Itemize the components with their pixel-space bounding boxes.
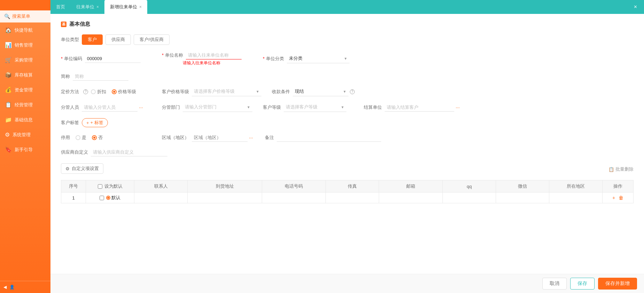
sidebar-item-purchase[interactable]: 🛒 采购管理 <box>0 52 50 67</box>
customer-price-label: 客户价格等级 <box>162 89 189 95</box>
unit-name-input[interactable] <box>186 51 242 59</box>
disabled-no-radio[interactable]: 否 <box>92 135 103 141</box>
short-name-input[interactable] <box>73 72 128 81</box>
row-default: 默认 <box>86 193 134 203</box>
address-input[interactable] <box>204 195 246 201</box>
manager-input[interactable] <box>82 103 138 112</box>
pricing-level-radio[interactable]: 价格等级 <box>112 89 136 95</box>
row-contact[interactable] <box>134 193 188 203</box>
row-phone[interactable] <box>262 193 325 203</box>
tab-home[interactable]: 首页 <box>50 0 71 14</box>
sidebar-item-label: 快捷导航 <box>15 27 33 33</box>
disabled-yes-radio[interactable]: 是 <box>76 135 86 141</box>
contact-table: 序号 设为默认 联系人 到货地址 电话号码 传真 邮箱 qq <box>61 180 634 203</box>
sidebar-item-sales[interactable]: 📊 销售管理 <box>0 38 50 52</box>
sidebar-item-quick-nav[interactable]: 🏠 快捷导航 <box>0 23 50 38</box>
no-label: 否 <box>98 135 103 141</box>
unit-type-customer-btn[interactable]: 客户 <box>82 34 103 45</box>
sidebar-item-new-guide[interactable]: 🔖 新手引导 <box>0 142 50 157</box>
region-input[interactable] <box>562 195 590 201</box>
region-ellipsis[interactable]: ··· <box>248 135 254 140</box>
tab-new-partner-label: 新增往来单位 <box>110 4 137 10</box>
sidebar-search[interactable]: 🔍 搜索菜单 <box>0 10 50 23</box>
col-fax: 传真 <box>326 180 379 193</box>
yes-label: 是 <box>82 135 86 141</box>
row-qq[interactable] <box>443 193 496 203</box>
select-all-checkbox[interactable] <box>98 184 102 189</box>
row-address[interactable] <box>188 193 262 203</box>
payment-terms-select[interactable]: 现结 ▼ <box>293 87 348 96</box>
sidebar-bottom-icon[interactable]: 👤 <box>9 285 15 290</box>
unit-name-group: 单位名称 请输入往来单位名称 <box>162 51 252 66</box>
chevron-down-icon: ▼ <box>256 90 259 93</box>
pricing-help-icon[interactable]: ? <box>83 89 88 94</box>
custom-settings-button[interactable]: ⚙ 自定义项设置 <box>61 163 103 174</box>
remarks-label: 备注 <box>265 135 274 141</box>
sidebar-bottom-left[interactable]: ◀ <box>3 285 7 290</box>
unit-type-both-btn[interactable]: 客户/供应商 <box>134 34 170 45</box>
row-fax[interactable] <box>326 193 379 203</box>
settlement-input[interactable] <box>385 103 454 112</box>
batch-delete-button[interactable]: 📋 批量删除 <box>608 166 634 172</box>
unit-category-label: 单位分类 <box>263 56 284 62</box>
region-input[interactable] <box>192 133 248 142</box>
unit-type-supplier-btn[interactable]: 供应商 <box>105 34 131 45</box>
manager-ellipsis[interactable]: ··· <box>138 105 144 110</box>
sidebar-item-finance[interactable]: 💰 资金管理 <box>0 82 50 97</box>
close-all-button[interactable]: × <box>630 4 641 10</box>
disabled-group: 停用 是 否 <box>61 135 151 141</box>
short-name-label: 简称 <box>61 73 70 80</box>
supplier-custom-input[interactable] <box>91 148 167 156</box>
unit-code-input[interactable] <box>85 55 141 63</box>
row-region[interactable] <box>549 193 602 203</box>
tab-new-partner-close[interactable]: × <box>139 5 142 9</box>
row-checkbox[interactable] <box>100 196 104 200</box>
unit-category-select[interactable]: 未分类 ▼ <box>287 54 350 63</box>
delete-row-button[interactable]: 🗑 <box>619 195 623 201</box>
customer-price-select[interactable]: 请选择客户价格等级 ▼ <box>192 87 261 96</box>
sidebar-item-system[interactable]: ⚙ 系统管理 <box>0 127 50 142</box>
phone-input[interactable] <box>276 195 311 201</box>
tab-partner-close[interactable]: × <box>96 5 99 9</box>
sidebar-item-label: 新手引导 <box>15 147 33 153</box>
yes-radio-circle <box>76 135 80 140</box>
cart-icon: 🛒 <box>5 57 12 63</box>
save-button[interactable]: 保存 <box>570 278 595 290</box>
customer-level-select[interactable]: 请选择客户等级 ▼ <box>284 103 346 112</box>
tag-row: 客户标签 + + 标签 <box>61 118 634 127</box>
payment-help-icon[interactable]: ? <box>350 89 355 94</box>
remarks-input[interactable] <box>277 133 381 142</box>
email-input[interactable] <box>393 195 428 201</box>
table-area: ⚙ 自定义项设置 📋 批量删除 序号 设为默认 <box>61 163 634 203</box>
level-label: 价格等级 <box>118 89 136 95</box>
default-radio[interactable] <box>106 196 110 200</box>
add-tag-button[interactable]: + + 标签 <box>82 118 108 127</box>
money-icon: 💰 <box>5 87 12 93</box>
row-email[interactable] <box>379 193 442 203</box>
tab-partner[interactable]: 往来单位 × <box>71 0 104 14</box>
sidebar-item-base-info[interactable]: 📁 基础信息 <box>0 112 50 127</box>
add-row-button[interactable]: + <box>612 195 615 201</box>
sidebar: 🔍 搜索菜单 🏠 快捷导航 📊 销售管理 🛒 采购管理 📦 库存核算 💰 资金管… <box>0 0 50 293</box>
settlement-ellipsis[interactable]: ··· <box>454 105 461 110</box>
sidebar-item-operations[interactable]: 📋 经营管理 <box>0 97 50 112</box>
department-select[interactable]: 请输入分管部门 ▼ <box>183 103 252 112</box>
save-new-button[interactable]: 保存并新增 <box>598 278 637 290</box>
pricing-discount-radio[interactable]: 折扣 <box>91 89 106 95</box>
content-area: 基 基本信息 单位类型 客户 供应商 客户/供应商 单位编码 单位名称 <box>50 14 644 274</box>
unit-name-error: 请输入往来单位名称 <box>162 60 220 66</box>
col-wechat: 微信 <box>496 180 549 193</box>
unit-name-label: 单位名称 <box>162 52 183 58</box>
custom-settings-label: 自定义项设置 <box>72 165 99 172</box>
sidebar-item-inventory[interactable]: 📦 库存核算 <box>0 67 50 82</box>
tab-new-partner[interactable]: 新增往来单位 × <box>104 0 147 14</box>
row-wechat[interactable] <box>496 193 549 203</box>
wechat-input[interactable] <box>509 195 536 201</box>
supplier-custom-row: 供应商自定义 <box>61 148 634 156</box>
contact-input[interactable] <box>147 195 175 201</box>
settlement-unit-group: 结算单位 ··· <box>364 103 461 112</box>
qq-input[interactable] <box>455 195 483 201</box>
col-region: 所在地区 <box>549 180 602 193</box>
fax-input[interactable] <box>338 195 366 201</box>
cancel-button[interactable]: 取消 <box>542 278 567 290</box>
